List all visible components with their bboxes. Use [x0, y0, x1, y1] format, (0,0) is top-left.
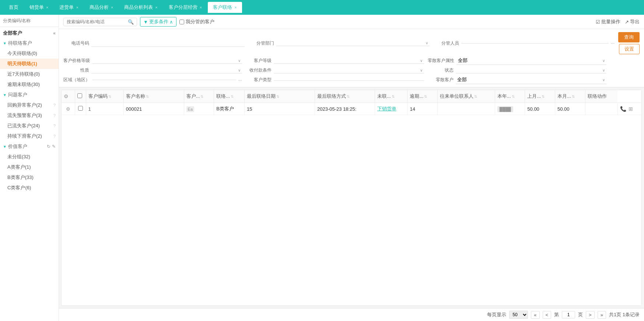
ellipsis-icon[interactable]: ··· [611, 41, 615, 46]
nav-product-analysis[interactable]: 商品分析 × [84, 2, 118, 13]
first-page-button[interactable]: « [531, 311, 539, 319]
triangle-icon: ▼ [3, 93, 7, 97]
sort-icon[interactable]: ⇅ [512, 94, 515, 99]
sidebar-item-repurchase-abnormal[interactable]: 回购异常客户(2) ? [0, 100, 59, 110]
close-icon[interactable]: × [155, 5, 157, 10]
sort-icon[interactable]: ⇅ [474, 94, 477, 99]
filter-icon: ▼ [143, 19, 148, 25]
search-icon[interactable]: 🔍 [128, 19, 134, 25]
collapse-icon[interactable]: « [53, 31, 56, 36]
set-button[interactable]: 设置 [619, 44, 640, 54]
row-contact-count: 15 [245, 103, 315, 115]
sort-icon[interactable]: ⇅ [572, 94, 575, 99]
sort-icon[interactable]: ⇅ [392, 94, 395, 99]
select-all-checkbox[interactable] [77, 93, 82, 98]
sidebar-item-a-class[interactable]: A类客户(1) [0, 162, 59, 172]
sort-icon[interactable]: ⇅ [231, 94, 234, 99]
row-contacts-person: ████ [495, 103, 525, 115]
filter-cell-phone: 电话号码 [63, 40, 245, 47]
row-last-month: 50.00 [555, 103, 585, 115]
settings-icon[interactable]: ⚙ [64, 93, 69, 99]
nav-purchase-order[interactable]: 进货单 × [54, 2, 83, 13]
sort-icon[interactable]: ⇅ [276, 94, 279, 99]
help-icon[interactable]: ? [53, 103, 56, 107]
query-button[interactable]: 查询 [618, 32, 640, 42]
price-level-select[interactable]: ∨ [92, 58, 242, 64]
sidebar-search-input[interactable] [3, 18, 58, 23]
payment-select[interactable]: ∨ [274, 68, 424, 73]
last-page-button[interactable]: » [598, 311, 606, 319]
top-nav: 首页 销货单 × 进货单 × 商品分析 × 商品分析列表 × 客户分层经营 × … [0, 0, 644, 15]
prev-page-button[interactable]: < [543, 311, 552, 319]
nav-customer-layering[interactable]: 客户分层经营 × [164, 2, 207, 13]
my-customers-checkbox-area[interactable]: 我分管的客户 [179, 18, 214, 25]
sidebar-item-churn-warning[interactable]: 流失预警客户(3) ? [0, 110, 59, 121]
sidebar-item-ungrouped[interactable]: 未分组(32) [0, 152, 59, 162]
sidebar-item-tomorrow-pending[interactable]: 明天待联络(1) [0, 59, 59, 69]
customer-type-select[interactable] [274, 79, 424, 81]
close-icon[interactable]: × [200, 5, 202, 10]
search-box: 🔍 [63, 18, 137, 26]
nav-sales-order[interactable]: 销货单 × [24, 2, 53, 13]
sidebar-group-value[interactable]: ▼ 价值客户 ↻ ✎ [0, 141, 59, 152]
customer-level-select[interactable]: ∨ [274, 58, 424, 64]
help-icon[interactable]: ? [53, 134, 56, 138]
nature-select[interactable]: ∨ [91, 68, 242, 73]
filter-row-3: 性质 ∨ 收付款条件 ∨ 状态 [63, 67, 640, 73]
sidebar-item-b-class[interactable]: B类客户(33) [0, 172, 59, 183]
sidebar-item-today-pending[interactable]: 今天待联络(0) [0, 48, 59, 59]
sidebar-item-declining[interactable]: 持续下滑客户(2) ? [0, 131, 59, 141]
edit-icon[interactable]: ✎ [52, 144, 56, 149]
sidebar-item-overdue-pending[interactable]: 逾期未联络(30) [0, 79, 59, 90]
per-page-select[interactable]: 50 100 200 [509, 311, 528, 319]
phone-input[interactable] [91, 40, 245, 47]
close-icon[interactable]: × [234, 5, 237, 10]
price-level-label: 客户价格等级 [63, 58, 90, 64]
th-last-contact-date: 最后联络日期 ⇅ [245, 90, 315, 103]
close-icon[interactable]: × [111, 5, 113, 10]
search-input[interactable] [67, 19, 126, 24]
sort-icon[interactable]: ⇅ [424, 94, 427, 99]
qr-icon[interactable]: ⊞ [629, 106, 633, 112]
status-select[interactable]: ∨ [456, 68, 606, 73]
export-button[interactable]: ↗ 导出 [625, 18, 640, 25]
sort-icon[interactable]: ⇅ [347, 94, 350, 99]
batch-ops-button[interactable]: ☑ 批量操作 [596, 18, 620, 25]
row-this-month [585, 103, 617, 115]
sidebar-item-c-class[interactable]: C类客户(6) [0, 183, 59, 193]
right-actions: ☑ 批量操作 ↗ 导出 [596, 18, 640, 25]
ellipsis-icon[interactable]: ··· [238, 77, 242, 83]
chevron-down-icon: ∨ [238, 68, 241, 72]
contact-method-link[interactable]: 下销货单 [377, 106, 396, 111]
nav-product-analysis-list[interactable]: 商品分析列表 × [119, 2, 162, 13]
btn-column: 查询 设置 [618, 32, 640, 54]
total-label: 共1页 1条记录 [609, 311, 640, 318]
dept-select[interactable]: ∨ [276, 40, 430, 46]
scatter-attr-select[interactable]: 全部 ∨ [456, 56, 606, 65]
my-customers-checkbox[interactable] [179, 20, 184, 24]
next-page-button[interactable]: > [586, 311, 595, 319]
call-icon[interactable]: 📞 [620, 106, 626, 112]
row-select-checkbox[interactable] [78, 106, 83, 111]
close-icon[interactable]: × [46, 5, 48, 10]
sidebar-group-problem[interactable]: ▼ 问题客户 [0, 90, 59, 100]
help-icon[interactable]: ? [53, 113, 56, 118]
close-icon[interactable]: × [76, 5, 78, 10]
nav-home[interactable]: 首页 [4, 2, 24, 13]
sidebar-item-churned[interactable]: 已流失客户(24) ? [0, 121, 59, 131]
refresh-icon[interactable]: ↻ [47, 144, 50, 149]
phone-label: 电话号码 [63, 40, 89, 46]
scatter-customer-select[interactable]: 全部 ∨ [456, 76, 606, 84]
sort-icon[interactable]: ⇅ [542, 94, 545, 99]
sidebar-item-7days-pending[interactable]: 近7天待联络(0) [0, 69, 59, 79]
nav-customer-contact[interactable]: 客户联络 × [208, 2, 242, 13]
table-row: ⚙ 1 000021 Ea B类客户 15 2023-05-23 18:25: … [62, 103, 641, 115]
sort-icon[interactable]: ⇅ [108, 94, 111, 99]
sort-icon[interactable]: ⇅ [146, 94, 149, 99]
help-icon[interactable]: ? [53, 124, 56, 128]
sort-icon[interactable]: ⇅ [200, 94, 203, 99]
page-input[interactable] [562, 311, 575, 318]
more-conditions-button[interactable]: ▼ 更多条件 ∧ [140, 17, 176, 27]
nature-label: 性质 [63, 67, 89, 73]
sidebar-group-pending[interactable]: ▼ 待联络客户 [0, 38, 59, 48]
